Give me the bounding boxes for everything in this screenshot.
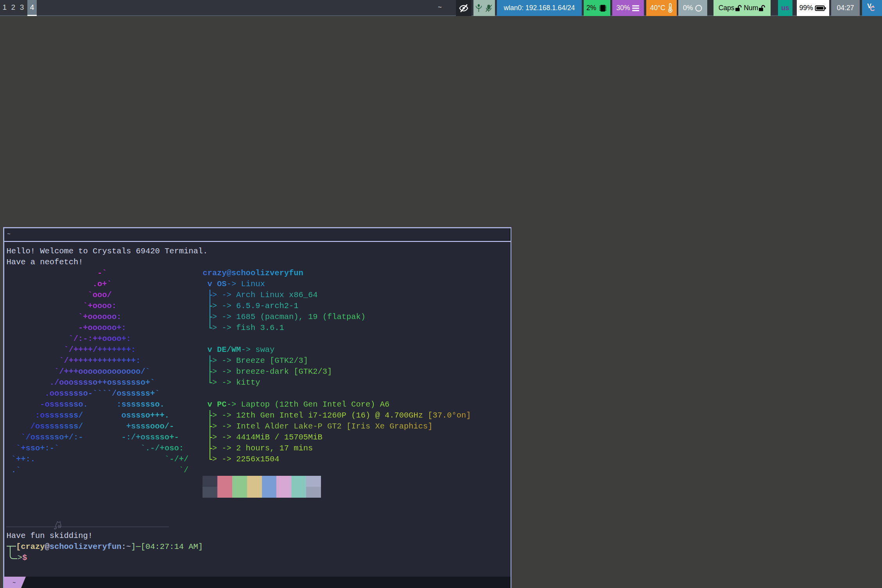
svg-text:~: ~	[13, 580, 16, 586]
